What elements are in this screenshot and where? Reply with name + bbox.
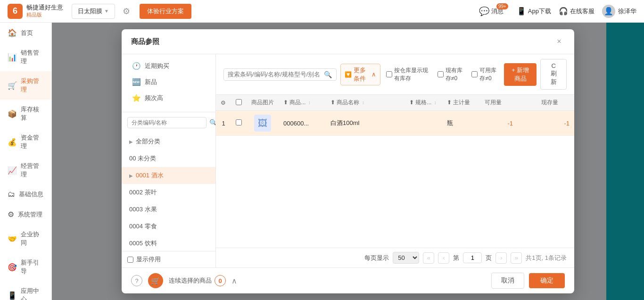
next-page-btn[interactable]: › — [495, 252, 507, 264]
name-sort-icon: ↕ — [362, 100, 364, 105]
purchase-icon: 🛒 — [8, 81, 17, 90]
product-table: ⚙ 商品图片 ⬆ 商品... ↕ — [216, 95, 574, 136]
avatar: 👤 — [602, 5, 615, 18]
category-list: ▶ 全部分类 00 未分类 ▶ 0001 酒水 0002 茶叶 — [122, 131, 215, 251]
sidebar-item-purchase[interactable]: 🛒 采购管理 — [0, 71, 51, 100]
gear-icon[interactable]: ⚙ — [119, 4, 134, 19]
confirm-button[interactable]: 确定 — [529, 273, 565, 288]
current-stock-checkbox[interactable] — [438, 71, 444, 77]
sidebar-item-finance[interactable]: 💰 资金管理 — [0, 128, 51, 156]
cat-item-0002[interactable]: 0002 茶叶 — [122, 184, 215, 201]
pagination-bar: 每页显示 50 100 200 « ‹ 第 页 › » 共1页, 1条 — [216, 248, 574, 267]
quick-frequent[interactable]: ⭐ 频次高 — [127, 90, 210, 106]
product-unit-cell: 瓶 — [442, 111, 480, 136]
filter-checks: 按仓库显示现有库存 现有库存≠0 可用库存≠0 — [386, 67, 500, 83]
product-search-icon[interactable]: 🔍 — [324, 71, 332, 78]
select-count-badge: 0 — [215, 275, 226, 286]
sidebar-item-operations[interactable]: 📈 经营管理 — [0, 156, 51, 184]
online-service-btn[interactable]: 🎧 在线客服 — [559, 7, 594, 16]
check-current-stock[interactable]: 现有库存≠0 — [438, 67, 466, 83]
sidebar-item-apps[interactable]: 📱 应用中心 — [0, 281, 51, 300]
nav-selector-arrow: ▼ — [104, 8, 109, 14]
user-menu[interactable]: 👤 徐泽华 — [602, 5, 636, 18]
first-page-btn[interactable]: « — [423, 252, 434, 264]
experience-button[interactable]: 体验行业方案 — [140, 4, 191, 19]
cat-item-0005[interactable]: 0005 饮料 — [122, 235, 215, 251]
quick-access: 🕐 近期购买 🆕 新品 ⭐ 频次高 — [122, 54, 215, 110]
total-info: 共1页, 1条记录 — [526, 254, 567, 262]
col-code-header[interactable]: ⬆ 商品... ↕ — [279, 95, 326, 111]
product-image-cell: 🖼 — [247, 111, 279, 136]
product-image: 🖼 — [254, 115, 271, 132]
sidebar-item-inventory[interactable]: 📦 库存核算 — [0, 100, 51, 128]
row-checkbox[interactable] — [236, 119, 242, 125]
col-img-header: 商品图片 — [247, 95, 279, 111]
sidebar-item-sales[interactable]: 📊 销售管理 — [0, 43, 51, 71]
col-avail-header: 可用量 — [480, 95, 518, 111]
product-table-body: 1 🖼 000600... — [216, 111, 574, 136]
cat-item-0004[interactable]: 0004 零食 — [122, 218, 215, 235]
sidebar: 🏠 首页 📊 销售管理 🛒 采购管理 📦 库存核算 💰 资金管理 📈 经营管理 … — [0, 23, 52, 300]
message-btn[interactable]: 💬 消息 99+ — [479, 6, 504, 17]
modal-body: 🕐 近期购买 🆕 新品 ⭐ 频次高 — [122, 54, 574, 267]
check-warehouse[interactable]: 按仓库显示现有库存 — [386, 67, 432, 83]
logo-text: 畅捷通好生意 — [26, 4, 63, 12]
toolbar-right: + 新增商品 C 刷新 — [504, 59, 567, 90]
nav-store-selector[interactable]: 日太阳膜 ▼ — [72, 4, 115, 19]
app-download-btn[interactable]: 📱 App下载 — [517, 7, 551, 16]
category-search-icon[interactable]: 🔍 — [209, 119, 216, 126]
cart-icon[interactable]: 🛒 — [148, 273, 163, 288]
footer-left: ? 🛒 连续选择的商品 0 ∧ — [131, 273, 240, 288]
quick-recent[interactable]: 🕐 近期购买 — [127, 58, 210, 74]
table-row[interactable]: 1 🖼 000600... — [216, 111, 574, 136]
page-size-select[interactable]: 50 100 200 — [393, 252, 419, 264]
cat-item-all[interactable]: ▶ 全部分类 — [122, 133, 215, 150]
top-nav: 6 畅捷通好生意 精品版 日太阳膜 ▼ ⚙ 体验行业方案 💬 消息 99+ 📱 … — [0, 0, 644, 23]
modal-close-button[interactable]: × — [553, 36, 565, 47]
recent-icon: 🕐 — [132, 62, 141, 70]
nav-right: 💬 消息 99+ 📱 App下载 🎧 在线客服 👤 徐泽华 — [479, 5, 636, 18]
sidebar-item-system[interactable]: ⚙ 系统管理 — [0, 204, 51, 225]
spacer-cell — [518, 111, 537, 136]
col-name-header[interactable]: ⬆ 商品名称 ↕ — [326, 95, 405, 111]
quick-new[interactable]: 🆕 新品 — [127, 74, 210, 90]
page-number-input[interactable] — [463, 252, 482, 263]
apps-icon: 📱 — [8, 291, 17, 300]
cat-item-00[interactable]: 00 未分类 — [122, 150, 215, 167]
sidebar-item-enterprise[interactable]: 🤝 企业协同 — [0, 225, 51, 253]
collapse-button[interactable]: ∧ — [229, 275, 240, 286]
cat-item-0003[interactable]: 0003 水果 — [122, 201, 215, 218]
product-toolbar: 🔍 🔽 更多条件 ∧ 按仓库显示现有库存 — [216, 54, 574, 95]
sidebar-item-home[interactable]: 🏠 首页 — [0, 23, 51, 43]
prev-page-btn[interactable]: ‹ — [438, 252, 449, 264]
category-search-input[interactable] — [127, 117, 206, 128]
check-available-stock[interactable]: 可用库存≠0 — [471, 67, 500, 83]
show-disabled-label[interactable]: 显示停用 — [127, 255, 210, 264]
available-stock-checkbox[interactable] — [471, 71, 478, 77]
select-all-checkbox[interactable] — [236, 99, 242, 105]
main-content: 商品参照 × 🕐 近期购买 🆕 新品 — [52, 23, 644, 300]
product-search-box: 🔍 — [223, 68, 337, 81]
cat-item-0001[interactable]: ▶ 0001 酒水 — [122, 167, 215, 184]
product-stock-cell: -1 — [537, 111, 574, 136]
logo-area: 6 畅捷通好生意 精品版 — [8, 4, 64, 19]
warehouse-checkbox[interactable] — [386, 71, 392, 77]
col-spec-header[interactable]: ⬆ 规格... ↕ — [405, 95, 442, 111]
show-disabled-checkbox[interactable] — [127, 257, 133, 263]
row-num: 1 — [216, 111, 231, 136]
footer-right: 取消 确定 — [491, 273, 565, 289]
add-product-button[interactable]: + 新增商品 — [504, 63, 537, 86]
new-icon: 🆕 — [132, 78, 141, 86]
sidebar-item-basic[interactable]: 🗂 基础信息 — [0, 184, 51, 204]
product-search-input[interactable] — [228, 71, 322, 78]
col-unit-header[interactable]: ⬆ 主计量 — [442, 95, 480, 111]
help-icon[interactable]: ? — [131, 275, 142, 286]
cancel-button[interactable]: 取消 — [491, 273, 524, 289]
sidebar-item-guide[interactable]: 🎯 新手引导 — [0, 253, 51, 281]
last-page-btn[interactable]: » — [511, 252, 522, 264]
filter-button[interactable]: 🔽 更多条件 ∧ — [340, 64, 380, 85]
refresh-button[interactable]: C 刷新 — [540, 59, 567, 90]
row-checkbox-cell — [231, 111, 247, 136]
cat-0001-arrow-icon: ▶ — [129, 173, 133, 178]
col-spacer — [518, 95, 537, 111]
